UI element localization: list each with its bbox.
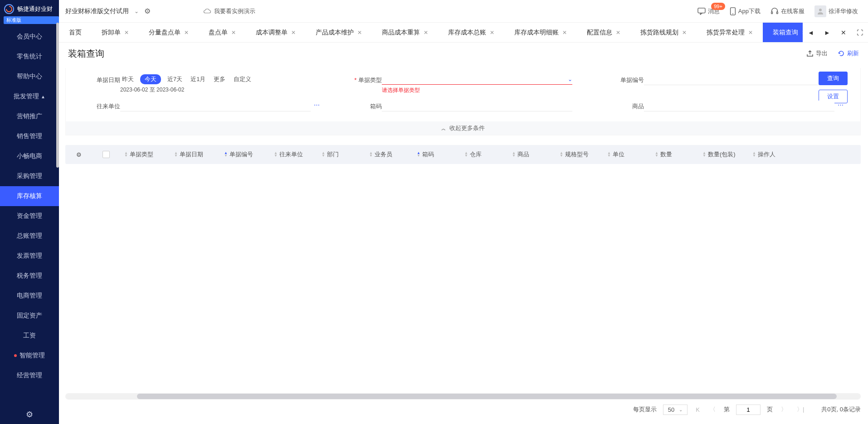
date-chip[interactable]: 自定义 — [232, 74, 253, 84]
tab[interactable]: 配置信息✕ — [577, 23, 630, 42]
sidebar-item[interactable]: 采购管理 — [0, 166, 59, 186]
tabs-next-button[interactable]: ► — [819, 29, 835, 36]
column-header[interactable]: ▲▼操作人 — [748, 150, 795, 159]
close-icon[interactable]: ✕ — [124, 29, 129, 36]
close-icon[interactable]: ✕ — [616, 29, 620, 36]
sidebar: 畅捷通好业财 标准版 会员中心零售统计帮助中心批发管理▲营销推广销售管理小畅电商… — [0, 0, 59, 424]
date-chip[interactable]: 更多 — [212, 74, 227, 84]
last-page-button[interactable]: 〉| — [795, 405, 806, 414]
select-all-checkbox[interactable] — [93, 151, 120, 158]
type-select[interactable]: ⌄ — [382, 74, 572, 85]
date-chip[interactable]: 今天 — [140, 74, 161, 84]
column-header[interactable]: ▲▼箱码 — [412, 150, 460, 159]
column-header[interactable]: ▲▼单据类型 — [120, 150, 170, 159]
sidebar-scrollbar[interactable] — [56, 23, 59, 424]
sidebar-item[interactable]: 智能管理 — [0, 346, 59, 366]
code-input[interactable] — [644, 74, 834, 85]
tab[interactable]: 拣货路线规划✕ — [630, 23, 697, 42]
column-header[interactable]: ▲▼单位 — [603, 150, 650, 159]
prev-page-button[interactable]: 〈 — [708, 405, 717, 414]
goods-input[interactable] — [644, 101, 834, 111]
column-header[interactable]: ▲▼商品 — [507, 150, 555, 159]
close-icon[interactable]: ✕ — [357, 29, 362, 36]
sidebar-item[interactable]: 总账管理 — [0, 226, 59, 246]
column-header[interactable]: ▲▼单据日期 — [170, 150, 219, 159]
sidebar-item[interactable]: 固定资产 — [0, 306, 59, 326]
user-menu[interactable]: 徐泽华修改 — [814, 5, 858, 17]
column-header[interactable]: ▲▼仓库 — [460, 150, 507, 159]
close-icon[interactable]: ✕ — [562, 29, 567, 36]
column-header[interactable]: ▲▼业务员 — [365, 150, 412, 159]
date-chips: 昨天今天近7天近1月更多自定义 — [120, 74, 253, 84]
more-icon[interactable]: ⋯ — [838, 101, 844, 108]
refresh-button[interactable]: 刷新 — [838, 49, 859, 58]
tab[interactable]: 库存成本明细账✕ — [504, 23, 577, 42]
sort-icon: ▲▼ — [174, 152, 178, 157]
sidebar-item[interactable]: 经营管理 — [0, 366, 59, 385]
date-chip[interactable]: 近7天 — [166, 74, 184, 84]
party-input[interactable] — [120, 101, 311, 111]
fullscreen-button[interactable]: ⛶ — [852, 29, 868, 36]
gear-icon[interactable]: ⚙ — [144, 7, 151, 15]
query-button[interactable]: 查询 — [819, 72, 848, 85]
tab[interactable]: 库存成本总账✕ — [438, 23, 504, 42]
date-chip[interactable]: 昨天 — [120, 74, 136, 84]
date-chip[interactable]: 近1月 — [189, 74, 207, 84]
next-page-button[interactable]: 〉 — [779, 405, 789, 414]
close-icon[interactable]: ✕ — [184, 29, 189, 36]
column-header[interactable]: ▲▼数量(包装) — [698, 150, 748, 159]
column-header[interactable]: ▲▼部门 — [317, 150, 365, 159]
sidebar-item[interactable]: 电商管理 — [0, 286, 59, 306]
tab[interactable]: 盘点单✕ — [199, 23, 246, 42]
tabs-close-button[interactable]: ✕ — [835, 29, 852, 36]
sidebar-item[interactable]: 批发管理▲ — [0, 87, 59, 106]
support-button[interactable]: 在线客服 — [770, 7, 805, 15]
close-icon[interactable]: ✕ — [682, 29, 687, 36]
more-icon[interactable]: ⋯ — [314, 101, 321, 108]
tab[interactable]: 成本调整单✕ — [246, 23, 306, 42]
close-icon[interactable]: ✕ — [490, 29, 494, 36]
collapse-label: 收起更多条件 — [449, 125, 485, 131]
table-header: ⚙ ▲▼单据类型▲▼单据日期▲▼单据编号▲▼往来单位▲▼部门▲▼业务员▲▼箱码▲… — [65, 145, 861, 164]
column-header[interactable]: ▲▼数量 — [650, 150, 698, 159]
tab[interactable]: 产品成本维护✕ — [306, 23, 372, 42]
sidebar-item[interactable]: 工资 — [0, 326, 59, 346]
sidebar-item[interactable]: 税务管理 — [0, 266, 59, 286]
tab[interactable]: 分量盘点单✕ — [139, 23, 199, 42]
sidebar-item[interactable]: 销售管理 — [0, 126, 59, 146]
box-input[interactable] — [382, 101, 572, 111]
close-icon[interactable]: ✕ — [748, 29, 753, 36]
sidebar-item[interactable]: 库存核算 — [0, 186, 59, 206]
sidebar-item[interactable]: 资金管理 — [0, 206, 59, 226]
table-settings-button[interactable]: ⚙ — [65, 151, 93, 158]
close-icon[interactable]: ✕ — [424, 29, 428, 36]
sidebar-item[interactable]: 发票管理 — [0, 246, 59, 266]
column-header[interactable]: ▲▼单据编号 — [219, 150, 269, 159]
tab[interactable]: 商品成本重算✕ — [372, 23, 438, 42]
demo-link[interactable]: 我要看实例演示 — [203, 7, 255, 15]
tab[interactable]: 拆卸单✕ — [92, 23, 139, 42]
export-button[interactable]: 导出 — [806, 49, 828, 58]
horizontal-scrollbar[interactable] — [65, 393, 861, 400]
first-page-button[interactable]: K — [694, 406, 702, 413]
sidebar-item[interactable]: 小畅电商 — [0, 146, 59, 166]
messages-button[interactable]: 消息 99+ — [697, 7, 720, 15]
per-page-select[interactable]: 50 ⌄ — [663, 405, 688, 415]
sidebar-item[interactable]: 会员中心 — [0, 27, 59, 47]
collapse-filters-button[interactable]: ︽ 收起更多条件 — [66, 121, 860, 135]
tab[interactable]: 装箱查询✕ — [763, 23, 803, 42]
product-selector[interactable]: 好业财标准版交付试用 ⌄ ⚙ — [59, 7, 195, 15]
close-icon[interactable]: ✕ — [291, 29, 296, 36]
column-header[interactable]: ▲▼规格型号 — [555, 150, 603, 159]
sidebar-item[interactable]: 帮助中心 — [0, 67, 59, 87]
tab[interactable]: 首页 — [59, 23, 92, 42]
sidebar-item[interactable]: 零售统计 — [0, 47, 59, 67]
tabs-prev-button[interactable]: ◄ — [803, 29, 819, 36]
sidebar-settings[interactable]: ⚙ — [0, 405, 59, 424]
close-icon[interactable]: ✕ — [231, 29, 236, 36]
column-header[interactable]: ▲▼往来单位 — [269, 150, 317, 159]
page-input[interactable] — [736, 405, 761, 415]
app-download-button[interactable]: App下载 — [730, 7, 761, 15]
tab[interactable]: 拣货异常处理✕ — [697, 23, 763, 42]
sidebar-item[interactable]: 营销推广 — [0, 106, 59, 126]
